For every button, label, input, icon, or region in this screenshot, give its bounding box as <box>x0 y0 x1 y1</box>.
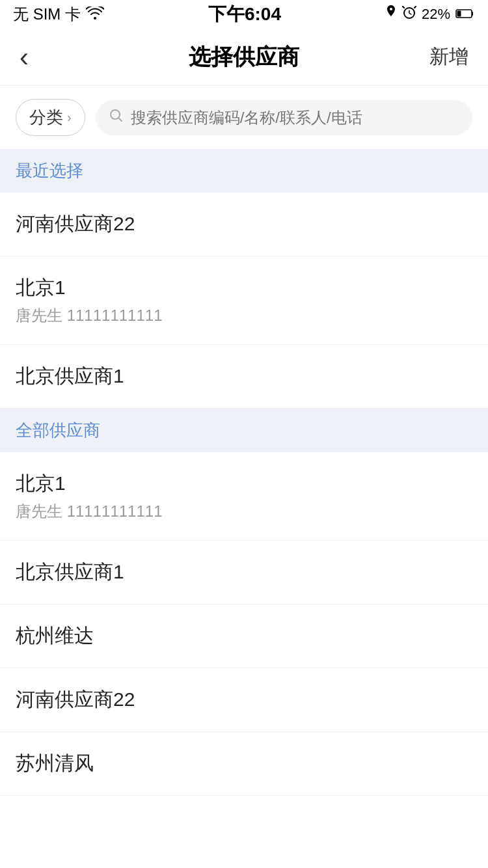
all-list-item[interactable]: 河南供应商22 <box>0 668 488 732</box>
status-left: 无 SIM 卡 <box>13 4 104 25</box>
alarm-icon <box>402 5 416 23</box>
location-icon <box>385 5 397 23</box>
recent-list-item[interactable]: 北京供应商1 <box>0 345 488 409</box>
all-list-item[interactable]: 苏州清风 <box>0 732 488 796</box>
item-name: 苏州清风 <box>16 750 472 777</box>
category-label: 分类 <box>29 106 63 129</box>
wifi-icon <box>86 5 104 23</box>
status-bar: 无 SIM 卡 下午6:04 22% <box>0 0 488 29</box>
no-sim-text: 无 SIM 卡 <box>13 4 81 25</box>
all-list-item[interactable]: 北京供应商1 <box>0 541 488 604</box>
item-name: 北京1 <box>16 275 472 301</box>
item-name: 北京供应商1 <box>16 559 472 586</box>
all-section-header: 全部供应商 <box>0 409 488 452</box>
all-list-item[interactable]: 北京1 唐先生 11111111111 <box>0 452 488 541</box>
all-list-item[interactable]: 杭州维达 <box>0 604 488 668</box>
search-input[interactable] <box>131 109 459 127</box>
battery-icon <box>455 6 475 23</box>
item-name: 河南供应商22 <box>16 211 472 237</box>
back-button[interactable]: ‹ <box>20 44 59 71</box>
status-time: 下午6:04 <box>208 2 281 27</box>
svg-rect-2 <box>457 11 461 17</box>
all-list: 北京1 唐先生 11111111111 北京供应商1杭州维达河南供应商22苏州清… <box>0 452 488 796</box>
new-button[interactable]: 新增 <box>429 44 468 70</box>
filter-bar: 分类 › <box>0 86 488 149</box>
category-button[interactable]: 分类 › <box>16 99 85 136</box>
battery-text: 22% <box>422 6 450 23</box>
nav-bar: ‹ 选择供应商 新增 <box>0 29 488 86</box>
page-title: 选择供应商 <box>189 42 299 72</box>
back-icon: ‹ <box>20 44 29 71</box>
search-box <box>96 100 472 135</box>
search-icon <box>109 108 124 128</box>
item-sub: 唐先生 11111111111 <box>16 305 472 326</box>
recent-list: 河南供应商22 北京1 唐先生 11111111111 北京供应商1 <box>0 193 488 409</box>
status-right: 22% <box>385 5 475 23</box>
item-sub: 唐先生 11111111111 <box>16 501 472 522</box>
item-name: 河南供应商22 <box>16 686 472 713</box>
recent-list-item[interactable]: 河南供应商22 <box>0 193 488 256</box>
recent-section-header: 最近选择 <box>0 149 488 193</box>
item-name: 杭州维达 <box>16 623 472 649</box>
recent-list-item[interactable]: 北京1 唐先生 11111111111 <box>0 256 488 345</box>
item-name: 北京1 <box>16 470 472 497</box>
chevron-right-icon: › <box>67 110 72 125</box>
item-name: 北京供应商1 <box>16 363 472 390</box>
